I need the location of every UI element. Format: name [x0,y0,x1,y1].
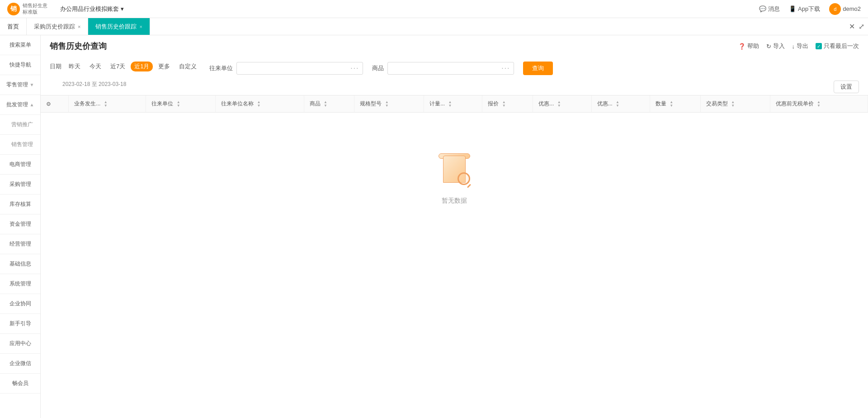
app-download-btn[interactable]: 📱 App下载 [789,5,820,13]
sidebar-item-enterprise-coop[interactable]: 企业协同 [0,294,40,314]
message-btn[interactable]: 💬 消息 [759,5,780,13]
tab-bar-actions: ✕ ⤢ [849,22,868,31]
tab-purchase-price-close[interactable]: × [78,24,80,29]
sidebar-item-system-mgmt[interactable]: 系统管理 [0,274,40,294]
sort-arrows-partner-name: ▲▼ [257,100,260,108]
col-partner-name[interactable]: 往来单位名称 ▲▼ [216,95,304,113]
col-unit[interactable]: 计量... ▲▼ [424,95,482,113]
message-icon: 💬 [759,5,766,12]
col-quantity[interactable]: 数量 ▲▼ [650,95,700,113]
tab-sales-price[interactable]: 销售历史价跟踪 × [88,18,150,35]
sidebar-item-app-center[interactable]: 应用中心 [0,334,40,354]
tab-home[interactable]: 首页 [0,18,27,35]
top-header: 销 销售好生意 标准版 办公用品行业模拟账套 ▾ 💬 消息 📱 App下载 d … [0,0,868,18]
page-title: 销售历史价查询 [50,41,107,52]
partner-input[interactable]: ··· [236,62,363,75]
empty-text: 暂无数据 [442,197,467,205]
goods-input-dots[interactable]: ··· [501,64,510,72]
tab-purchase-price[interactable]: 采购历史价跟踪 × [27,18,88,35]
no-data-icon [434,149,475,190]
sidebar-item-new-guide[interactable]: 新手引导 [0,314,40,334]
retail-mgmt-arrow: ▼ [30,82,34,88]
sidebar-item-search-menu[interactable]: 搜索菜单 [0,35,40,55]
sidebar-item-quick-nav[interactable]: 快捷导航 [0,55,40,75]
col-goods[interactable]: 商品 ▲▼ [304,95,354,113]
sort-arrows-quote: ▲▼ [502,100,506,108]
col-pre-tax-price[interactable]: 优惠前无税单价 ▲▼ [770,95,868,113]
filter-inputs-row: 往来单位 ··· 商品 ··· 查询 [209,62,859,75]
user-menu[interactable]: d demo2 [829,3,861,15]
phone-icon: 📱 [789,5,796,12]
goods-input[interactable]: ··· [387,62,514,75]
sidebar-item-operations-mgmt[interactable]: 经营管理 [0,234,40,254]
tab-maximize-btn[interactable]: ⤢ [859,22,864,31]
date-btn-7days[interactable]: 近7天 [107,62,129,71]
sidebar-item-inventory[interactable]: 库存核算 [0,195,40,214]
sort-arrows-biz-date: ▲▼ [104,100,108,108]
sort-arrows-unit: ▲▼ [448,100,452,108]
col-discount2[interactable]: 优惠... ▲▼ [591,95,650,113]
sort-arrows-discount1: ▲▼ [557,100,561,108]
logo-area: 销 销售好生意 标准版 [7,3,47,15]
tab-sales-price-close[interactable]: × [139,24,142,29]
date-btn-more[interactable]: 更多 [155,62,174,71]
magnifier-icon [458,172,470,185]
gear-icon[interactable]: ⚙ [46,101,51,107]
tab-close-all-btn[interactable]: ✕ [849,22,855,31]
query-btn[interactable]: 查询 [523,62,553,75]
empty-state: 暂无数据 [41,113,868,241]
sort-arrows-pre-tax-price: ▲▼ [817,100,821,108]
sidebar-item-marketing[interactable]: 营销推广 [0,115,40,135]
col-biz-date[interactable]: 业务发生... ▲▼ [69,95,146,113]
col-spec[interactable]: 规格型号 ▲▼ [354,95,424,113]
only-last-check-icon [816,43,822,49]
date-btn-yesterday[interactable]: 昨天 [65,62,84,71]
date-range-row: 2023-02-18 至 2023-03-18 设置 [50,80,859,92]
workspace-dropdown-icon[interactable]: ▾ [121,5,124,12]
sidebar-item-enterprise-wechat[interactable]: 企业微信 [0,354,40,374]
col-discount1[interactable]: 优惠... ▲▼ [533,95,591,113]
date-buttons: 昨天 今天 近7天 近1月 更多 自定义 [65,62,200,71]
only-last-checkbox[interactable]: 只看最后一次 [816,42,859,50]
logo-icon: 销 [7,3,20,15]
sort-arrows-spec: ▲▼ [385,100,389,108]
table-wrapper: ⚙ 业务发生... ▲▼ 往来单位 ▲▼ 往来单位名称 ▲▼ [41,95,868,418]
sort-arrows-discount2: ▲▼ [616,100,619,108]
date-btn-custom[interactable]: 自定义 [175,62,200,71]
col-partner-code[interactable]: 往来单位 ▲▼ [146,95,216,113]
sort-arrows-trade-type: ▲▼ [731,100,735,108]
date-filter-group: 日期 昨天 今天 近7天 近1月 更多 自定义 [50,62,200,71]
sort-arrows-quantity: ▲▼ [670,100,673,108]
sidebar-item-vip-member[interactable]: 畅会员 [0,374,40,394]
sidebar-item-ecommerce-mgmt[interactable]: 电商管理 [0,155,40,175]
workspace-selector[interactable]: 办公用品行业模拟账套 ▾ [60,5,124,13]
tab-bar: 首页 采购历史价跟踪 × 销售历史价跟踪 × ✕ ⤢ [0,18,868,35]
header-left: 销 销售好生意 标准版 办公用品行业模拟账套 ▾ [7,3,124,15]
col-quote[interactable]: 报价 ▲▼ [482,95,533,113]
header-right: 💬 消息 📱 App下载 d demo2 [759,3,861,15]
data-table: ⚙ 业务发生... ▲▼ 往来单位 ▲▼ 往来单位名称 ▲▼ [41,95,868,113]
sidebar-item-sales-mgmt[interactable]: 销售管理 [0,135,40,155]
help-icon: ❓ [738,43,745,50]
date-btn-1month[interactable]: 近1月 [131,62,153,71]
export-btn[interactable]: ↓ 导出 [792,42,809,50]
filter-row: 日期 昨天 今天 近7天 近1月 更多 自定义 往来单位 [50,57,859,80]
sidebar-item-purchase-mgmt[interactable]: 采购管理 [0,175,40,195]
sidebar-item-finance-mgmt[interactable]: 资金管理 [0,214,40,234]
col-trade-type[interactable]: 交易类型 ▲▼ [700,95,770,113]
help-btn[interactable]: ❓ 帮助 [738,42,759,50]
col-gear[interactable]: ⚙ [41,95,69,113]
partner-filter-group: 往来单位 ··· [209,62,363,75]
sidebar-item-retail-mgmt[interactable]: 零售管理 ▼ [0,75,40,95]
partner-input-dots[interactable]: ··· [350,64,359,72]
sidebar-item-basic-info[interactable]: 基础信息 [0,254,40,274]
import-btn[interactable]: ↻ 导入 [766,42,785,50]
date-btn-today[interactable]: 今天 [86,62,105,71]
settings-btn[interactable]: 设置 [834,81,859,93]
goods-filter-group: 商品 ··· [372,62,514,75]
table-header: ⚙ 业务发生... ▲▼ 往来单位 ▲▼ 往来单位名称 ▲▼ [41,95,868,113]
sidebar-item-wholesale-mgmt[interactable]: 批发管理 ▲ [0,95,40,115]
partner-label: 往来单位 [209,64,233,72]
goods-label: 商品 [372,64,384,72]
import-icon: ↻ [766,43,771,50]
